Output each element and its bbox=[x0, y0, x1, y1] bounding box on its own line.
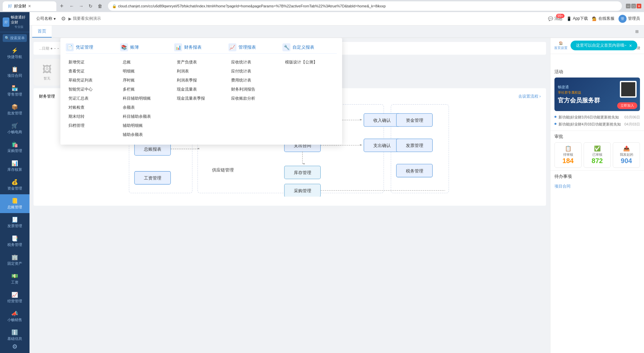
sidebar-item-accounting[interactable]: 📒 总账管理 bbox=[0, 194, 30, 213]
menu-item-balance[interactable]: 余额表 bbox=[120, 103, 174, 112]
todo-title: 待办事项 bbox=[554, 173, 640, 180]
tab-close-btn[interactable]: × bbox=[28, 3, 31, 9]
menu-item-balance-sheet[interactable]: 资产负债表 bbox=[174, 58, 228, 67]
retail-icon: 🏪 bbox=[11, 85, 18, 91]
menu-item-cashflow-quarterly[interactable]: 现金流量表季报 bbox=[174, 94, 228, 103]
message-btn[interactable]: 💬 消息 99+ bbox=[548, 16, 562, 21]
menu-item-subject-balance[interactable]: 科目辅助余额表 bbox=[120, 112, 174, 121]
refresh-btn[interactable]: ↻ bbox=[87, 2, 95, 10]
approval-card-sent[interactable]: 📤 我发起的 904 bbox=[613, 142, 640, 168]
menu-item-archive[interactable]: 归档管理 bbox=[66, 121, 120, 130]
active-tab[interactable]: 好 好业财 × bbox=[3, 1, 56, 11]
company-selector[interactable]: 公司名称 ▾ bbox=[34, 14, 58, 23]
approval-card-done[interactable]: ✅ 已审核 872 bbox=[584, 142, 611, 168]
ecommerce-icon: 🛒 bbox=[11, 122, 18, 129]
join-btn[interactable]: 立即加入 bbox=[617, 102, 637, 109]
tab-home[interactable]: 首页 bbox=[32, 26, 52, 38]
dropdown-overlay[interactable]: 📄 凭证管理 新增凭证 查看凭证 草稿凭证列表 智能凭证中心 凭证汇总表 对账检… bbox=[30, 38, 550, 353]
sidebar-item-shortcut[interactable]: ⚡ 快捷导航 bbox=[0, 44, 30, 63]
sent-label: 我发起的 bbox=[616, 152, 637, 157]
menu-item-aux-detail[interactable]: 辅助明细账 bbox=[120, 121, 174, 130]
close-btn[interactable]: ✕ bbox=[637, 4, 641, 8]
marketing-icon: 📣 bbox=[11, 310, 18, 317]
sidebar-item-operation[interactable]: 📈 经营管理 bbox=[0, 288, 30, 307]
menu-item-receivable-analysis[interactable]: 应收账款分析 bbox=[228, 94, 283, 103]
online-service-btn[interactable]: 💁 在线客服 bbox=[592, 16, 614, 21]
user-avatar[interactable]: 管 管理员 bbox=[619, 15, 640, 23]
demo-link[interactable]: ▶ 我要看实例演示 bbox=[68, 16, 101, 21]
forward-btn[interactable]: → bbox=[77, 2, 85, 10]
sidebar-item-project[interactable]: 📋 项目合同 bbox=[0, 63, 30, 82]
sidebar-item-invoice[interactable]: 🧾 发票管理 bbox=[0, 213, 30, 232]
operation-icon: 📈 bbox=[11, 292, 18, 298]
menu-item-voucher-summary[interactable]: 凭证汇总表 bbox=[66, 94, 120, 103]
menu-item-multi-col[interactable]: 多栏账 bbox=[120, 85, 174, 94]
menu-item-reconcile[interactable]: 对账检查 bbox=[66, 103, 120, 112]
tab-favicon: 好 bbox=[8, 3, 12, 9]
menu-item-smart-voucher[interactable]: 智能凭证中心 bbox=[66, 85, 120, 94]
menu-section-ledger: 📚 账簿 总账 明细账 序时账 多栏账 科目辅助明细账 余额表 科目辅助余额表 … bbox=[120, 43, 174, 139]
sidebar-item-purchase[interactable]: 🛍️ 采购管理 bbox=[0, 138, 30, 157]
menu-item-payable-stat[interactable]: 应付统计表 bbox=[228, 67, 283, 76]
sidebar-item-payroll[interactable]: 💵 工资 bbox=[0, 269, 30, 288]
purchase-icon: 🛍️ bbox=[11, 141, 18, 148]
browser-controls: ← → ↻ 🗑 bbox=[68, 2, 104, 10]
shortcut-icon: ⚡ bbox=[11, 47, 18, 54]
new-tab-btn[interactable]: + bbox=[57, 1, 66, 11]
menu-item-profit-report[interactable]: 财务利润报告 bbox=[228, 85, 283, 94]
activity-date-1: 03月06日 bbox=[625, 115, 640, 120]
todo-item-1[interactable]: 项目合同 bbox=[554, 182, 640, 191]
sidebar-gear-btn[interactable]: ⚙ bbox=[0, 340, 30, 353]
sidebar-item-wholesale[interactable]: 📦 批发管理 bbox=[0, 100, 30, 119]
menu-item-aux-balance[interactable]: 辅助余额表 bbox=[120, 130, 174, 139]
tab-expand-btn[interactable]: ⊞ bbox=[633, 28, 641, 35]
maximize-btn[interactable]: □ bbox=[631, 4, 636, 8]
sidebar-item-fixed-assets[interactable]: 🏢 固定资产 bbox=[0, 251, 30, 269]
address-bar[interactable]: 🔒 cloud.chanjet.com/cc/u6d89qwnryel/57bf… bbox=[108, 1, 622, 11]
inventory-icon: 📊 bbox=[11, 160, 18, 166]
menu-item-general-ledger[interactable]: 总账 bbox=[120, 58, 174, 67]
menu-item-new-voucher[interactable]: 新增凭证 bbox=[66, 58, 120, 67]
sidebar-item-finance[interactable]: 💰 资金管理 bbox=[0, 175, 30, 194]
sidebar-label-fixed-assets: 固定资产 bbox=[7, 261, 22, 266]
activity-item-1[interactable]: 新功能|好业财3月6日功能更新抢先知 03月06日 bbox=[554, 114, 640, 121]
section-title-ledger: 账簿 bbox=[130, 44, 139, 50]
menu-item-expense-stat[interactable]: 费用统计表 bbox=[228, 76, 283, 85]
menu-item-view-voucher[interactable]: 查看凭证 bbox=[66, 67, 120, 76]
sidebar-item-retail[interactable]: 🏪 零售管理 bbox=[0, 82, 30, 100]
menu-item-receivable-stat[interactable]: 应收统计表 bbox=[228, 58, 283, 67]
nav-home-settings[interactable]: 🏠 首页设置 bbox=[554, 41, 568, 50]
tab-bar: 好 好业财 × + bbox=[3, 1, 66, 11]
section-title-custom: 自定义报表 bbox=[292, 44, 314, 50]
minimize-btn[interactable]: ─ bbox=[626, 4, 631, 8]
menu-item-draft-voucher[interactable]: 草稿凭证列表 bbox=[66, 76, 120, 85]
fixed-assets-icon: 🏢 bbox=[11, 254, 18, 260]
menu-item-journal[interactable]: 序时账 bbox=[120, 76, 174, 85]
delete-btn[interactable]: 🗑 bbox=[96, 2, 104, 10]
sidebar-item-ecommerce[interactable]: 🛒 小畅电商 bbox=[0, 119, 30, 138]
menu-item-profit[interactable]: 利润表 bbox=[174, 67, 228, 76]
tooltip-close-btn[interactable]: × bbox=[629, 43, 632, 48]
menu-item-subject-detail[interactable]: 科目辅助明细账 bbox=[120, 94, 174, 103]
back-btn[interactable]: ← bbox=[68, 2, 76, 10]
approval-card-pending[interactable]: 📋 待审核 184 bbox=[554, 142, 582, 168]
sidebar-item-basic[interactable]: ℹ️ 基础信息 bbox=[0, 326, 30, 340]
app-container: 好 畅捷通好业财 专业版 🔍 搜索菜单 ⚡ 快捷导航 📋 项目合同 🏪 bbox=[0, 12, 644, 353]
window-controls: ─ □ ✕ bbox=[626, 4, 641, 8]
menu-item-template-design[interactable]: 模版设计【公测】 bbox=[282, 58, 337, 67]
menu-item-profit-quarterly[interactable]: 利润表季报 bbox=[174, 76, 228, 85]
menu-item-cashflow[interactable]: 现金流量表 bbox=[174, 85, 228, 94]
accounting-icon: 📒 bbox=[11, 198, 18, 204]
app-name: 畅捷通好业财 bbox=[11, 15, 27, 25]
search-menu-btn[interactable]: 🔍 搜索菜单 bbox=[3, 34, 27, 42]
sidebar-item-tax[interactable]: 📑 税务管理 bbox=[0, 232, 30, 251]
header-settings-btn[interactable]: ⚙ bbox=[61, 15, 66, 22]
sidebar-item-inventory[interactable]: 📊 库存核算 bbox=[0, 157, 30, 175]
activity-item-2[interactable]: 新功能|好业财4月03日功能更新抢先知 04月03日 bbox=[554, 121, 640, 128]
chevron-down-icon: ▾ bbox=[54, 16, 56, 21]
menu-item-period-transfer[interactable]: 期末结转 bbox=[66, 112, 120, 121]
app-download-btn[interactable]: 📱 App下载 bbox=[567, 16, 588, 21]
menu-item-detail-ledger[interactable]: 明细账 bbox=[120, 67, 174, 76]
activity-banner[interactable]: 畅捷通 享社群专属权益 官方会员服务群 立即加入 bbox=[554, 78, 640, 111]
sidebar-item-marketing[interactable]: 📣 小畅销售 bbox=[0, 307, 30, 326]
